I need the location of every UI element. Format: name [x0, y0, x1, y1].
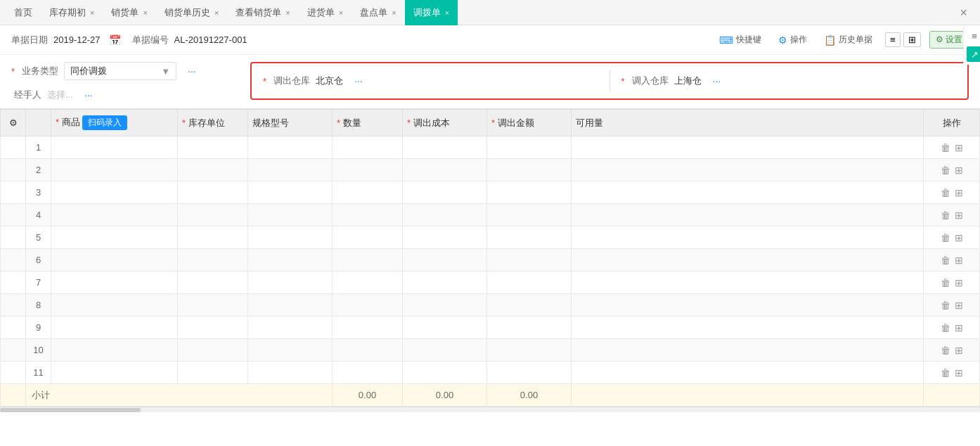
view-toggle-list[interactable]: ≡ — [885, 32, 901, 47]
close-tab-view-sales[interactable]: × — [285, 8, 290, 17]
row-amount[interactable] — [487, 294, 572, 317]
row-unit[interactable] — [178, 317, 248, 339]
tab-transfer-order[interactable]: 调拨单 × — [405, 0, 458, 25]
delete-icon[interactable]: 🗑 — [941, 277, 950, 288]
close-tab-inventory-init[interactable]: × — [90, 8, 94, 17]
delete-icon[interactable]: 🗑 — [941, 300, 950, 311]
row-unit[interactable] — [178, 227, 248, 249]
row-product[interactable] — [51, 272, 178, 294]
row-unit[interactable] — [178, 294, 248, 317]
close-tab-purchase-order[interactable]: × — [339, 8, 343, 17]
copy-icon[interactable]: ⊞ — [955, 322, 963, 333]
tab-view-sales[interactable]: 查看销货单 × — [227, 0, 298, 25]
close-all-button[interactable]: × — [953, 0, 974, 25]
row-product[interactable] — [51, 249, 178, 272]
close-tab-sales-order[interactable]: × — [143, 8, 147, 17]
row-product[interactable] — [51, 294, 178, 317]
sidebar-export-icon[interactable]: ↗ — [967, 46, 980, 62]
row-qty[interactable] — [333, 362, 403, 384]
row-cost[interactable] — [403, 136, 487, 159]
row-qty[interactable] — [333, 204, 403, 227]
row-spec[interactable] — [248, 136, 333, 159]
row-unit[interactable] — [178, 272, 248, 294]
tab-sales-order[interactable]: 销货单 × — [103, 0, 155, 25]
horizontal-scrollbar[interactable] — [0, 407, 980, 412]
row-product[interactable] — [51, 136, 178, 159]
tab-purchase-order[interactable]: 进货单 × — [299, 0, 352, 25]
row-cost[interactable] — [403, 317, 487, 339]
row-cost[interactable] — [403, 362, 487, 384]
transfer-out-value[interactable]: 北京仓 — [316, 75, 343, 87]
copy-icon[interactable]: ⊞ — [955, 232, 963, 243]
row-product[interactable] — [51, 362, 178, 384]
row-spec[interactable] — [248, 339, 333, 362]
tab-home[interactable]: 首页 — [6, 0, 41, 25]
row-amount[interactable] — [487, 181, 572, 204]
sidebar-list-icon[interactable]: ≡ — [967, 28, 980, 44]
row-spec[interactable] — [248, 294, 333, 317]
delete-icon[interactable]: 🗑 — [941, 345, 950, 356]
row-spec[interactable] — [248, 227, 333, 249]
row-cost[interactable] — [403, 181, 487, 204]
history-button[interactable]: 📋 历史单据 — [820, 32, 877, 47]
row-amount[interactable] — [487, 159, 572, 181]
tab-inventory-init[interactable]: 库存期初 × — [41, 0, 103, 25]
row-spec[interactable] — [248, 272, 333, 294]
shortcut-button[interactable]: ⌨ 快捷键 — [715, 32, 766, 47]
row-spec[interactable] — [248, 159, 333, 181]
transfer-in-more-button[interactable]: ··· — [713, 75, 721, 87]
row-amount[interactable] — [487, 136, 572, 159]
copy-icon[interactable]: ⊞ — [955, 210, 963, 221]
row-cost[interactable] — [403, 339, 487, 362]
row-amount[interactable] — [487, 249, 572, 272]
copy-icon[interactable]: ⊞ — [955, 300, 963, 311]
row-qty[interactable] — [333, 136, 403, 159]
business-type-select[interactable]: 同价调拨 ▼ — [64, 62, 176, 80]
copy-icon[interactable]: ⊞ — [955, 277, 963, 288]
row-product[interactable] — [51, 339, 178, 362]
row-qty[interactable] — [333, 159, 403, 181]
scan-button[interactable]: 扫码录入 — [82, 115, 127, 130]
row-cost[interactable] — [403, 294, 487, 317]
row-qty[interactable] — [333, 339, 403, 362]
row-amount[interactable] — [487, 227, 572, 249]
row-cost[interactable] — [403, 272, 487, 294]
row-qty[interactable] — [333, 317, 403, 339]
row-qty[interactable] — [333, 249, 403, 272]
row-qty[interactable] — [333, 294, 403, 317]
row-spec[interactable] — [248, 204, 333, 227]
business-type-more-button[interactable]: ··· — [188, 65, 196, 77]
date-value[interactable]: 2019-12-27 — [53, 34, 101, 45]
row-spec[interactable] — [248, 181, 333, 204]
row-unit[interactable] — [178, 362, 248, 384]
operation-button[interactable]: ⚙ 操作 — [774, 32, 811, 47]
delete-icon[interactable]: 🗑 — [941, 232, 950, 243]
settings-column-header[interactable]: ⚙ — [1, 110, 26, 136]
close-tab-sales-history[interactable]: × — [214, 8, 219, 17]
calendar-icon[interactable]: 📅 — [109, 34, 121, 46]
copy-icon[interactable]: ⊞ — [955, 187, 963, 198]
row-cost[interactable] — [403, 159, 487, 181]
row-qty[interactable] — [333, 181, 403, 204]
row-amount[interactable] — [487, 272, 572, 294]
copy-icon[interactable]: ⊞ — [955, 165, 963, 176]
row-product[interactable] — [51, 181, 178, 204]
delete-icon[interactable]: 🗑 — [941, 322, 950, 333]
row-spec[interactable] — [248, 362, 333, 384]
person-select[interactable]: 选择... — [47, 89, 73, 101]
row-unit[interactable] — [178, 204, 248, 227]
row-amount[interactable] — [487, 204, 572, 227]
transfer-in-value[interactable]: 上海仓 — [674, 75, 702, 87]
row-product[interactable] — [51, 159, 178, 181]
row-unit[interactable] — [178, 249, 248, 272]
tab-sales-history[interactable]: 销货单历史 × — [156, 0, 227, 25]
row-product[interactable] — [51, 317, 178, 339]
copy-icon[interactable]: ⊞ — [955, 367, 963, 378]
row-qty[interactable] — [333, 227, 403, 249]
delete-icon[interactable]: 🗑 — [941, 165, 950, 176]
delete-icon[interactable]: 🗑 — [941, 187, 950, 198]
delete-icon[interactable]: 🗑 — [941, 210, 950, 221]
row-cost[interactable] — [403, 204, 487, 227]
close-tab-transfer-order[interactable]: × — [445, 8, 449, 17]
row-amount[interactable] — [487, 339, 572, 362]
